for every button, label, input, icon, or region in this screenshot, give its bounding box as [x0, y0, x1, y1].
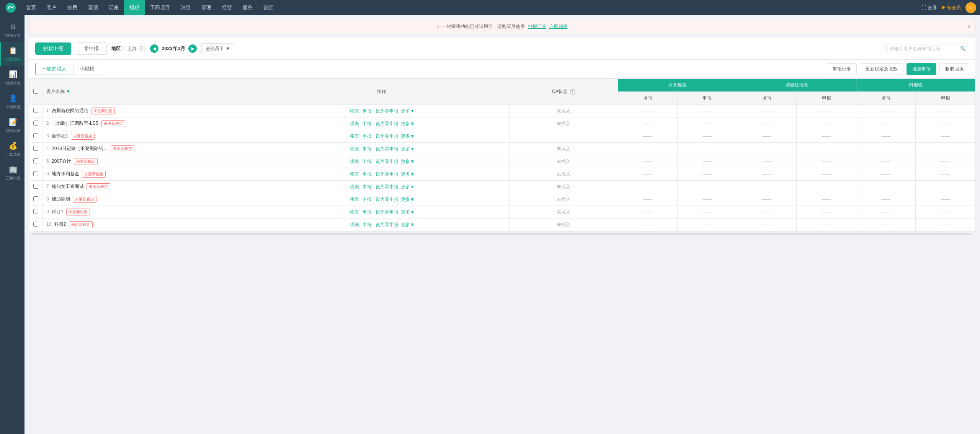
nav-business[interactable]: 工商项目 [145, 0, 175, 15]
sidebar-item-tax-overview[interactable]: 📊 报税总览 [0, 66, 24, 90]
collect-receipt-btn[interactable]: 收取回执 [939, 63, 969, 75]
op-tax-table[interactable]: 税表 [350, 209, 359, 215]
op-more[interactable]: 更多▼ [401, 146, 415, 152]
op-tax-table[interactable]: 税表 [350, 159, 359, 164]
nav-tax[interactable]: 报税 [124, 0, 145, 15]
date-prev-btn[interactable]: ◀ [150, 44, 158, 53]
row-checkbox[interactable] [33, 184, 38, 189]
nav-manage[interactable]: 管理 [196, 0, 217, 15]
op-zero-declare[interactable]: 设为零申报 [376, 134, 399, 139]
nav-service[interactable]: 服务 [237, 0, 258, 15]
scroll-track[interactable] [32, 233, 972, 235]
sidebar-item-tax-records[interactable]: 📝 报税记录 [0, 114, 24, 137]
op-more[interactable]: 更多▼ [401, 222, 415, 227]
op-zero-declare[interactable]: 设为零申报 [376, 209, 399, 215]
sidebar-item-annual-report[interactable]: 🏢 工商年报 [0, 161, 24, 185]
sidebar-item-settlement[interactable]: 💰 汇算清缴 [0, 137, 24, 161]
op-more[interactable]: 更多▼ [401, 171, 415, 177]
row-checkbox[interactable] [33, 222, 38, 227]
finance-fill-cell: —— [618, 168, 678, 181]
op-declare[interactable]: 申报 [363, 171, 372, 177]
op-declare[interactable]: 申报 [363, 197, 372, 202]
op-declare[interactable]: 申报 [363, 134, 372, 139]
nav-invoice[interactable]: 票据 [83, 0, 103, 15]
nav-settings[interactable]: 设置 [258, 0, 279, 15]
op-tax-table[interactable]: 税表 [350, 146, 359, 152]
nav-bookkeeping[interactable]: 记账 [103, 0, 124, 15]
row-checkbox[interactable] [33, 108, 38, 113]
op-tax-table[interactable]: 税表 [350, 184, 359, 189]
client-name: 2013日记账（不要删除给… [52, 146, 108, 151]
added-fill-cell: —— [856, 117, 916, 130]
nav-operation[interactable]: 经营 [217, 0, 237, 15]
row-checkbox[interactable] [33, 146, 38, 151]
update-tax-btn[interactable]: 更新税定及取数 [860, 63, 903, 75]
row-checkbox[interactable] [33, 196, 38, 201]
op-tax-table[interactable]: 税表 [350, 197, 359, 202]
vip-btn[interactable]: ▶ 畅会员 [941, 5, 961, 11]
search-icon[interactable]: 🔍 [960, 46, 966, 51]
date-next-btn[interactable]: ▶ [188, 44, 197, 53]
op-declare[interactable]: 申报 [363, 108, 372, 114]
row-checkbox[interactable] [33, 209, 38, 214]
batch-declare-btn[interactable]: 批量申报 [906, 63, 936, 75]
op-declare[interactable]: 申报 [363, 209, 372, 215]
search-input[interactable] [890, 46, 959, 51]
op-zero-declare[interactable]: 设为零申报 [376, 197, 399, 202]
nav-client[interactable]: 客户 [41, 0, 62, 15]
op-more[interactable]: 更多▼ [401, 184, 415, 189]
date-nav: ◀ 2023年2月 ▶ [150, 44, 197, 53]
op-tax-table[interactable]: 税表 [350, 171, 359, 177]
op-more[interactable]: 更多▼ [401, 197, 415, 202]
region-info-icon[interactable]: i [140, 46, 145, 51]
op-more[interactable]: 更多▼ [401, 159, 415, 164]
row-checkbox[interactable] [33, 158, 38, 163]
op-more[interactable]: 更多▼ [401, 134, 415, 139]
sidebar-item-batch-tax[interactable]: 📋 批量报税 [0, 42, 24, 66]
op-declare[interactable]: 申报 [363, 184, 372, 189]
op-zero-declare[interactable]: 设为零申报 [376, 108, 399, 114]
sidebar-item-personal-tax[interactable]: 👤 个税申报 [0, 90, 24, 114]
sidebar-item-tax-settings[interactable]: ⚙ 报税设置 [0, 18, 24, 42]
op-declare[interactable]: 申报 [363, 146, 372, 152]
banner-close-btn[interactable]: X [967, 24, 970, 29]
avatar[interactable]: U [965, 2, 976, 13]
op-tax-table[interactable]: 税表 [350, 108, 359, 114]
row-checkbox[interactable] [33, 171, 38, 176]
row-checkbox[interactable] [33, 121, 38, 126]
op-zero-declare[interactable]: 设为零申报 [376, 159, 399, 164]
staff-select[interactable]: 全部员工 ▼ [201, 43, 234, 54]
op-declare[interactable]: 申报 [363, 222, 372, 227]
op-zero-declare[interactable]: 设为零申报 [376, 222, 399, 227]
fullscreen-btn[interactable]: ⛶ 全屏 [921, 5, 936, 11]
tab-small-scale[interactable]: 小规模 [73, 63, 101, 75]
nav-message[interactable]: 消息 [175, 0, 196, 15]
tab-zero-declaration[interactable]: 零申报 [76, 42, 107, 55]
unverified-tag: 未更新税定 [91, 108, 115, 114]
select-all-checkbox[interactable] [33, 89, 38, 94]
op-tax-table[interactable]: 税表 [350, 121, 359, 126]
op-declare[interactable]: 申报 [363, 121, 372, 126]
row-checkbox[interactable] [33, 133, 38, 138]
op-zero-declare[interactable]: 设为零申报 [376, 171, 399, 177]
declaration-record-btn[interactable]: 申报记录 [827, 63, 857, 75]
op-zero-declare[interactable]: 设为零申报 [376, 121, 399, 126]
table-container: 客户名称 ▼ 操作 CA状态 i 财务报表 增值税报表 附加税 [29, 78, 975, 231]
op-declare[interactable]: 申报 [363, 159, 372, 164]
op-zero-declare[interactable]: 设为零申报 [376, 184, 399, 189]
op-more[interactable]: 更多▼ [401, 121, 415, 126]
th-ca-status: CA状态 i [510, 79, 618, 105]
op-zero-declare[interactable]: 设为零申报 [376, 146, 399, 152]
op-more[interactable]: 更多▼ [401, 108, 415, 114]
nav-fee[interactable]: 收费 [62, 0, 83, 15]
nav-home[interactable]: 首页 [21, 0, 41, 15]
banner-link-apply[interactable]: 申报汇签 [528, 23, 546, 30]
finance-fill-cell: —— [618, 117, 678, 130]
banner-link-buy[interactable]: 立即购买 [549, 23, 568, 30]
op-tax-table[interactable]: 税表 [350, 222, 359, 227]
op-more[interactable]: 更多▼ [401, 209, 415, 215]
ca-info-icon[interactable]: i [570, 89, 575, 95]
tab-general-taxpayer[interactable]: 一般的税人 [35, 63, 73, 75]
op-tax-table[interactable]: 税表 [350, 134, 359, 139]
tab-tax-declaration[interactable]: 税款申报 [35, 42, 71, 55]
